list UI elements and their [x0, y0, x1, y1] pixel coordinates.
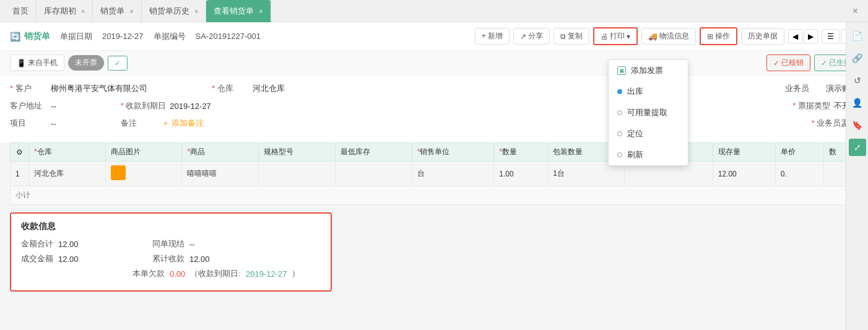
not-open-button[interactable]: 未开票 — [68, 55, 104, 71]
total-amount-item: 金额合计 12.00 — [21, 238, 132, 250]
add-note-button[interactable]: ＋ 添加备注 — [162, 118, 204, 129]
plus-icon: ＋ — [162, 118, 170, 129]
warehouse-label: 仓库 — [212, 83, 249, 94]
product-image — [111, 165, 126, 180]
customer-field: 客户 柳州粤港平安气体有限公司 — [10, 83, 147, 94]
locate-item[interactable]: 定位 — [609, 123, 688, 144]
product-col-header: *商品 — [182, 143, 259, 162]
qty-col-header: *数量 — [494, 143, 548, 162]
confirm-button[interactable]: ✓ — [108, 56, 128, 71]
close-tab-sales[interactable]: × — [129, 7, 133, 15]
spec-col-header: 规格型号 — [259, 143, 336, 162]
deal-amount-value: 12.00 — [58, 254, 79, 264]
tab-sales-order[interactable]: 销货单 × — [93, 0, 141, 22]
new-button[interactable]: + 新增 — [475, 28, 510, 45]
tab-view-sales[interactable]: 查看销货单 × — [206, 0, 271, 22]
payment-info-box: 收款信息 金额合计 12.00 同单现结 -- 成交金额 12.00 累计收款 … — [10, 212, 332, 292]
row-product-img — [105, 162, 182, 186]
operations-dropdown: ▣ 添加发票 出库 可用量提取 定位 刷新 — [608, 59, 688, 166]
truck-icon: 🚚 — [648, 32, 658, 41]
prev-button[interactable]: ◀ — [788, 29, 802, 44]
doc-icon: 🔄 — [10, 32, 20, 41]
from-phone-button[interactable]: 📱 来自手机 — [10, 54, 64, 71]
due-date: 2019-12-27 — [246, 269, 287, 279]
row-unit: 台 — [412, 162, 494, 186]
form-row-2: 客户地址 -- 收款到期日 2019-12-27 票据类型 不开票 — [10, 100, 858, 111]
subtotal-cell: 小计 — [11, 186, 858, 205]
sidebar-icon-5[interactable]: 🔖 — [849, 116, 866, 134]
close-tab-view-sales[interactable]: × — [259, 7, 263, 15]
total-amount-value: 12.00 — [58, 240, 79, 249]
refresh-item[interactable]: 刷新 — [609, 144, 688, 165]
history-button[interactable]: 历史单据 — [741, 28, 784, 45]
cancelled-status-button[interactable]: ✓ 已核销 — [766, 54, 810, 71]
table-header-row: ⚙ *仓库 商品图片 *商品 规格型号 最低库存 *销售单位 *数量 包装数量 … — [11, 143, 858, 162]
doc-header: 🔄 销货单 单据日期 2019-12-27 单据编号 SA-20191227-0… — [0, 22, 868, 51]
subtotal-row: 小计 — [11, 186, 858, 205]
table-scroll[interactable]: ⚙ *仓库 商品图片 *商品 规格型号 最低库存 *销售单位 *数量 包装数量 … — [10, 142, 858, 205]
sidebar-icon-2[interactable]: 🔗 — [849, 50, 866, 67]
table-section: ⚙ *仓库 商品图片 *商品 规格型号 最低库存 *销售单位 *数量 包装数量 … — [0, 142, 868, 205]
deal-amount-item: 成交金额 12.00 — [21, 253, 132, 264]
info-row-1: 金额合计 12.00 同单现结 -- — [21, 238, 321, 250]
info-row-3: 本单欠款 0.00 （收款到期日: 2019-12-27 ） — [21, 268, 321, 279]
settings-col-header: ⚙ — [11, 143, 29, 162]
close-tab-history[interactable]: × — [194, 7, 198, 15]
unit-col-header: *销售单位 — [412, 143, 494, 162]
sidebar-icon-1[interactable]: 📄 — [849, 27, 866, 45]
tab-sales-history[interactable]: 销货单历史 × — [142, 0, 206, 22]
sidebar-icon-4[interactable]: 👤 — [849, 94, 866, 111]
next-button[interactable]: ▶ — [804, 29, 818, 44]
print-button[interactable]: 🖨 打印 ▾ — [593, 27, 638, 45]
project-label: 项目 — [10, 118, 47, 129]
warehouse-value: 河北仓库 — [253, 83, 285, 94]
row-spec — [259, 162, 336, 186]
customer-label: 客户 — [10, 83, 47, 94]
same-order-value: -- — [189, 240, 195, 249]
stock-col-header: 现存量 — [713, 143, 775, 162]
nav-arrows: ◀ ▶ — [788, 29, 818, 44]
tab-inventory-init[interactable]: 库存期初 × — [37, 0, 93, 22]
sidebar-icon-3[interactable]: ↺ — [849, 72, 866, 89]
row-qty: 1.00 — [494, 162, 548, 186]
table-row: 1 河北仓库 嘻嘻嘻嘻 台 1.00 1台 12.00 0. — [11, 162, 858, 186]
share-button[interactable]: ↗ 分享 — [513, 28, 550, 45]
logistics-button[interactable]: 🚚 物流信息 — [641, 28, 696, 45]
total-amount-label: 金额合计 — [21, 238, 53, 250]
copy-button[interactable]: ⧉ 复制 — [553, 28, 589, 45]
info-row-2: 成交金额 12.00 累计收款 12.00 — [21, 253, 321, 264]
print-icon: 🖨 — [601, 32, 608, 41]
sidebar-icon-6[interactable]: ⤢ — [849, 139, 866, 156]
warehouse-col-header: *仓库 — [29, 143, 106, 162]
row-warehouse: 河北仓库 — [29, 162, 106, 186]
payment-date-value: 2019-12-27 — [170, 102, 211, 111]
close-all-tabs[interactable]: × — [848, 3, 863, 19]
date-label: 单据日期 — [60, 31, 92, 42]
due-note: （收款到期日: — [190, 268, 241, 279]
due-amount-label: 本单欠款 — [132, 268, 165, 279]
add-invoice-item[interactable]: ▣ 添加发票 — [609, 60, 688, 81]
form-row-1: 客户 柳州粤港平安气体有限公司 仓库 河北仓库 业务员 演示账号 — [10, 83, 858, 94]
row-index: 1 — [11, 162, 29, 186]
total-receipt-label: 累计收款 — [152, 253, 184, 264]
doc-actions: + 新增 ↗ 分享 ⧉ 复制 🖨 打印 ▾ 🚚 物流信息 ⊞ 操作 历史单据 ◀… — [475, 27, 858, 45]
copy-icon: ⧉ — [560, 32, 566, 41]
row-price: 0. — [775, 162, 823, 186]
row-stock: 12.00 — [713, 162, 775, 186]
note-label: 备注 — [121, 118, 158, 129]
form-section: 客户 柳州粤港平安气体有限公司 仓库 河北仓库 业务员 演示账号 客户地址 --… — [0, 76, 868, 142]
share-icon: ↗ — [520, 32, 526, 41]
outbound-icon — [617, 89, 622, 94]
available-qty-item[interactable]: 可用量提取 — [609, 102, 688, 123]
outbound-item[interactable]: 出库 — [609, 81, 688, 102]
staff-label: 业务员 — [785, 83, 822, 94]
min-stock-col-header: 最低库存 — [335, 143, 412, 162]
list-view-button[interactable]: ☰ — [822, 29, 840, 44]
doc-title: 🔄 销货单 — [10, 31, 50, 42]
operations-button[interactable]: ⊞ 操作 — [700, 27, 737, 45]
tab-home[interactable]: 首页 — [5, 0, 37, 22]
staff2-label: 业务员盂 — [812, 118, 849, 129]
close-tab-inventory[interactable]: × — [81, 7, 85, 15]
form-row-3: 项目 -- 备注 ＋ 添加备注 业务员盂 -- — [10, 118, 858, 129]
check-green-icon: ✓ — [821, 59, 827, 67]
